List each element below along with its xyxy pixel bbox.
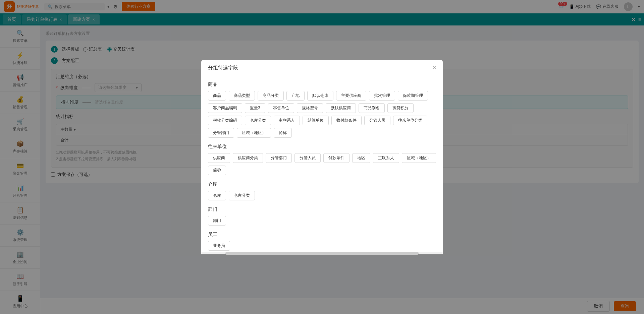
field-tag[interactable]: 结算单位: [303, 116, 329, 125]
category-department: 部门 部门: [208, 206, 436, 226]
field-tag[interactable]: 商品别名: [359, 103, 385, 113]
field-tag[interactable]: 商品分类: [258, 91, 284, 101]
field-tag[interactable]: 往来单位分类: [393, 116, 427, 125]
field-tag[interactable]: 主要供应商: [336, 91, 366, 101]
field-tag[interactable]: 规格型号: [297, 103, 323, 113]
field-tag[interactable]: 仓库分类: [245, 116, 271, 125]
field-tag[interactable]: 分管人员: [294, 153, 321, 163]
category-employee-title: 员工: [208, 232, 436, 238]
field-tag[interactable]: 产地: [286, 91, 305, 101]
category-partner: 往来单位 供应商 供应商分类 分管部门 分管人员 付款条件 地区 主联系人 区域…: [208, 144, 436, 175]
field-tag[interactable]: 仓库: [208, 191, 226, 200]
category-partner-tags: 供应商 供应商分类 分管部门 分管人员 付款条件 地区 主联系人 区域（地区） …: [208, 153, 436, 175]
field-tag[interactable]: 地区: [352, 153, 370, 163]
category-warehouse-title: 仓库: [208, 181, 436, 187]
field-tag[interactable]: 拣货积分: [387, 103, 414, 113]
category-employee: 员工 业务员: [208, 232, 436, 251]
category-department-title: 部门: [208, 206, 436, 212]
category-partner-title: 往来单位: [208, 144, 436, 150]
field-tag[interactable]: 付款条件: [323, 153, 350, 163]
modal-title: 分组待选字段: [208, 65, 238, 71]
field-tag[interactable]: 简称: [208, 166, 226, 175]
category-warehouse: 仓库 仓库 仓库分类: [208, 181, 436, 200]
field-tag[interactable]: 批次管理: [369, 91, 395, 101]
field-tag[interactable]: 收付款条件: [331, 116, 362, 125]
field-tag[interactable]: 分管人员: [364, 116, 390, 125]
category-goods-title: 商品: [208, 81, 436, 87]
field-tag[interactable]: 重量3: [245, 103, 265, 113]
modal-body: 商品 商品 商品类型 商品分类 产地 默认仓库 主要供应商 批次管理 保质期管理…: [201, 76, 443, 252]
field-tag[interactable]: 客户商品编码: [208, 103, 242, 113]
modal-hscroll[interactable]: [201, 252, 443, 254]
category-employee-tags: 业务员: [208, 241, 436, 251]
field-tag[interactable]: 仓库分类: [229, 191, 255, 200]
field-tag[interactable]: 供应商: [208, 153, 230, 163]
category-warehouse-tags: 仓库 仓库分类: [208, 191, 436, 200]
modal-close-btn[interactable]: ×: [433, 65, 436, 71]
modal-hscroll-thumb: [225, 252, 419, 255]
field-tag[interactable]: 税收分类编码: [208, 116, 242, 125]
field-tag[interactable]: 区域（地区）: [402, 153, 436, 163]
field-tag[interactable]: 分管部门: [266, 153, 292, 163]
field-tag[interactable]: 商品: [208, 91, 226, 101]
field-tag[interactable]: 部门: [208, 216, 226, 226]
field-tag[interactable]: 主联系人: [274, 116, 300, 125]
field-tag[interactable]: 保质期管理: [398, 91, 428, 101]
field-tag[interactable]: 默认仓库: [307, 91, 333, 101]
field-tag[interactable]: 分管部门: [208, 128, 234, 138]
field-tag[interactable]: 主联系人: [373, 153, 399, 163]
field-tag[interactable]: 简称: [274, 128, 292, 138]
modal-overlay: 分组待选字段 × 商品 商品 商品类型 商品分类 产地 默认仓库 主要供应商 批…: [0, 0, 644, 314]
category-department-tags: 部门: [208, 216, 436, 226]
field-tag[interactable]: 商品类型: [229, 91, 255, 101]
field-tag[interactable]: 业务员: [208, 241, 230, 251]
field-tag[interactable]: 供应商分类: [233, 153, 263, 163]
category-goods: 商品 商品 商品类型 商品分类 产地 默认仓库 主要供应商 批次管理 保质期管理…: [208, 81, 436, 138]
field-tag[interactable]: 默认供应商: [326, 103, 356, 113]
field-tag[interactable]: 区域（地区）: [237, 128, 271, 138]
field-tag[interactable]: 零售单位: [268, 103, 294, 113]
category-goods-tags: 商品 商品类型 商品分类 产地 默认仓库 主要供应商 批次管理 保质期管理 客户…: [208, 91, 436, 138]
modal-dialog: 分组待选字段 × 商品 商品 商品类型 商品分类 产地 默认仓库 主要供应商 批…: [201, 60, 443, 254]
modal-header: 分组待选字段 ×: [201, 60, 443, 76]
